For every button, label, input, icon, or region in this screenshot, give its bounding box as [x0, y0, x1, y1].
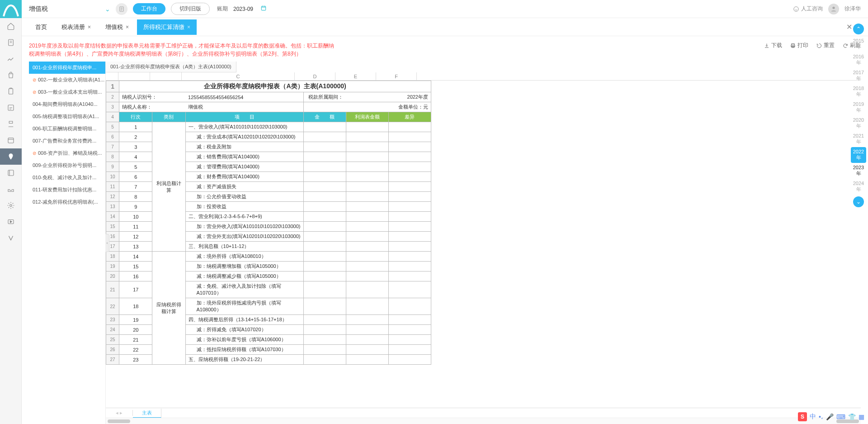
close-icon[interactable]: ×	[126, 24, 129, 30]
year-item[interactable]: 2015年	[851, 36, 866, 52]
sheet-tab-main[interactable]: 主表	[133, 409, 161, 418]
table-cell[interactable]	[346, 345, 388, 355]
table-cell[interactable]	[388, 202, 431, 212]
table-cell[interactable]	[303, 325, 346, 335]
table-cell[interactable]	[346, 222, 388, 232]
tab-首页[interactable]: 首页	[29, 19, 53, 35]
table-cell[interactable]	[346, 202, 388, 212]
nav-doc-icon[interactable]	[0, 34, 22, 51]
table-cell[interactable]	[388, 212, 431, 222]
nav-tax-icon[interactable]	[0, 148, 22, 165]
form-list-item[interactable]: 011-研发费用加计扣除优惠...	[29, 184, 105, 196]
nav-bag-icon[interactable]	[0, 67, 22, 83]
table-cell[interactable]	[346, 281, 388, 298]
form-list-item[interactable]: ⊘002-一般企业收入明细表(A1...	[29, 74, 105, 86]
table-cell[interactable]	[388, 182, 431, 192]
table-cell[interactable]	[346, 132, 388, 142]
table-cell[interactable]	[303, 192, 346, 202]
form-list-item[interactable]: 001-企业所得税年度纳税申...	[29, 62, 105, 74]
form-list-item[interactable]: 009-企业所得税弥补亏损明...	[29, 159, 105, 172]
ime-mic-icon[interactable]: 🎤	[826, 413, 834, 420]
tab-增值税[interactable]: 增值税×	[99, 19, 135, 35]
table-cell[interactable]	[346, 262, 388, 272]
tax-form-table[interactable]: 1企业所得税年度纳税申报表（A类）主表(A100000) 2 纳税人识别号： 1…	[106, 81, 431, 365]
table-cell[interactable]	[303, 152, 346, 162]
table-cell[interactable]	[303, 142, 346, 152]
print-button[interactable]: 打印	[790, 42, 808, 49]
nav-calendar-icon[interactable]	[0, 132, 22, 148]
rail-down-icon[interactable]: ⌄	[853, 196, 864, 207]
table-cell[interactable]	[388, 298, 431, 315]
table-cell[interactable]	[388, 152, 431, 162]
year-item[interactable]: 2016年	[851, 52, 866, 68]
table-cell[interactable]	[303, 355, 346, 365]
table-cell[interactable]	[388, 132, 431, 142]
nav-v-icon[interactable]	[0, 230, 22, 246]
rail-up-icon[interactable]: ⌃	[853, 24, 864, 34]
table-cell[interactable]	[346, 172, 388, 182]
ime-logo-icon[interactable]: S	[798, 412, 807, 421]
table-cell[interactable]	[346, 152, 388, 162]
table-cell[interactable]	[388, 172, 431, 182]
year-item[interactable]: 2024年	[851, 179, 866, 195]
table-cell[interactable]	[346, 272, 388, 281]
year-item[interactable]: 2017年	[851, 68, 866, 84]
form-list-item[interactable]: ⊘003-一般企业成本支出明细...	[29, 86, 105, 98]
nav-settings-icon[interactable]	[0, 197, 22, 214]
close-icon[interactable]: ×	[187, 24, 190, 30]
table-cell[interactable]	[303, 315, 346, 325]
tab-所得税汇算清缴[interactable]: 所得税汇算清缴×	[137, 19, 197, 35]
ime-keyboard-icon[interactable]: ⌨	[836, 413, 845, 420]
download-button[interactable]: 下载	[764, 42, 782, 49]
table-cell[interactable]	[303, 162, 346, 172]
table-cell[interactable]	[346, 182, 388, 192]
h-scrollbar[interactable]	[106, 418, 861, 424]
table-cell[interactable]	[303, 212, 346, 222]
table-cell[interactable]	[388, 345, 431, 355]
form-list-item[interactable]: 006-职工薪酬纳税调整明细...	[29, 123, 105, 135]
nav-home-icon[interactable]	[0, 18, 22, 34]
nav-chart-icon[interactable]	[0, 51, 22, 67]
table-cell[interactable]	[346, 315, 388, 325]
avatar[interactable]	[828, 4, 839, 14]
form-list-item[interactable]: 007-广告费和业务宣传费跨...	[29, 135, 105, 147]
table-cell[interactable]	[388, 355, 431, 365]
table-cell[interactable]	[303, 132, 346, 142]
form-list-item[interactable]: 005-纳税调整项目明细表(A1...	[29, 110, 105, 123]
year-item[interactable]: 2020年	[851, 115, 866, 131]
calendar-icon[interactable]	[260, 5, 267, 13]
nav-inbox-icon[interactable]	[0, 181, 22, 197]
user-name[interactable]: 徐泽华	[844, 5, 861, 13]
close-icon[interactable]: ×	[88, 24, 91, 30]
table-cell[interactable]	[303, 345, 346, 355]
switch-old-button[interactable]: 切到旧版	[171, 3, 210, 15]
ime-lang[interactable]: 中	[810, 413, 816, 421]
ime-punct-icon[interactable]: •،	[819, 413, 823, 420]
year-item[interactable]: 2018年	[851, 84, 866, 100]
year-item[interactable]: 2022年	[851, 147, 866, 163]
collapse-handle[interactable]: ‹	[106, 234, 109, 252]
table-cell[interactable]	[346, 192, 388, 202]
period-value[interactable]: 2023-09	[233, 6, 253, 12]
nav-stamp-icon[interactable]	[0, 116, 22, 132]
table-cell[interactable]	[388, 192, 431, 202]
table-cell[interactable]	[388, 162, 431, 172]
menu-round-button[interactable]	[116, 3, 127, 15]
table-cell[interactable]	[303, 202, 346, 212]
table-cell[interactable]	[388, 315, 431, 325]
table-cell[interactable]	[388, 242, 431, 252]
reset-button[interactable]: 重置	[816, 42, 835, 49]
table-cell[interactable]	[303, 232, 346, 242]
table-cell[interactable]	[346, 142, 388, 152]
workbench-button[interactable]: 工作台	[133, 3, 165, 14]
table-cell[interactable]	[388, 142, 431, 152]
table-cell[interactable]	[346, 162, 388, 172]
sheet-tab[interactable]: 001-企业所得税年度纳税申报表（A类）主表(A100000)	[106, 62, 236, 72]
table-cell[interactable]	[388, 252, 431, 262]
table-cell[interactable]	[346, 232, 388, 242]
year-item[interactable]: 2021年	[851, 131, 866, 147]
table-cell[interactable]	[303, 252, 346, 262]
table-cell[interactable]	[346, 355, 388, 365]
form-list-item[interactable]: 004-期间费用明细表(A1040...	[29, 98, 105, 110]
year-item[interactable]: 2019年	[851, 100, 866, 115]
